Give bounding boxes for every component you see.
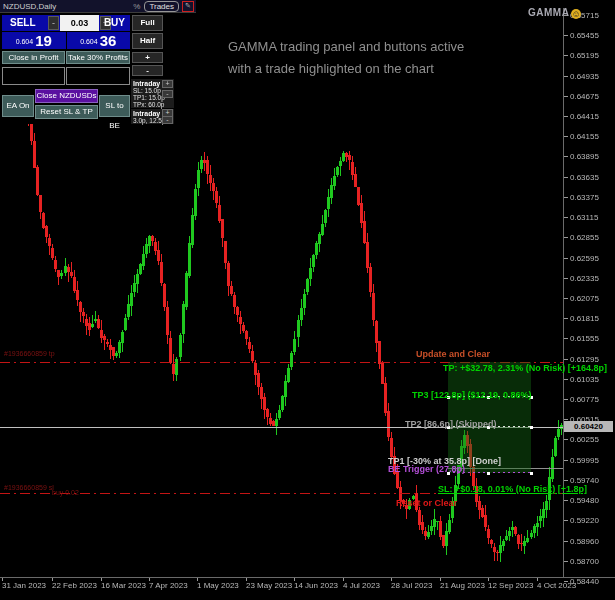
tp3-info-label: TP3 [122.8p] ($12.19, 0.86%) (412, 390, 532, 400)
lot-size-input[interactable]: 0.03 (60, 15, 99, 31)
trades-button[interactable]: Trades (144, 1, 179, 12)
date-axis-label: 12 Sep 2023 (488, 581, 533, 590)
chart-caption: GAMMA trading panel and buttons active w… (228, 36, 464, 80)
order-label: buy 0.02 (52, 489, 79, 496)
drag-handle[interactable] (530, 472, 533, 475)
date-axis-label: 28 Jul 2023 (391, 581, 432, 590)
price-axis-label: 0.65455 (570, 31, 599, 40)
gamma-logo-text: GAMMA (528, 7, 569, 18)
price-axis-label: 0.62595 (570, 254, 599, 263)
price-axis-label: 0.58700 (570, 557, 599, 566)
price-axis-label: 0.64935 (570, 72, 599, 81)
drag-handle[interactable] (487, 472, 490, 475)
buy-price-button[interactable]: 0.60436 (67, 32, 131, 49)
intraday-1-plus-button[interactable]: + (162, 80, 173, 88)
ea-on-button[interactable]: EA On (2, 95, 34, 117)
sl-to-be-button[interactable]: SL to BE (99, 95, 130, 117)
sl-ticket-label: #1936660859 sl (4, 484, 54, 491)
output-box-right (66, 67, 130, 85)
date-axis-label: 21 Aug 2023 (440, 581, 485, 590)
half-button[interactable]: Half (132, 33, 163, 49)
buy-button[interactable]: BUY (104, 15, 125, 31)
size-minus-button[interactable]: - (132, 65, 163, 76)
intraday-1-minus-button[interactable]: - (162, 90, 173, 98)
current-price-box: 0.60420 (564, 421, 613, 432)
intraday-2-minus-button[interactable]: - (162, 116, 173, 124)
smiley-icon: ☺ (571, 9, 581, 19)
close-in-profit-button[interactable]: Close in Profit (2, 51, 65, 64)
price-axis-label: 0.64675 (570, 92, 599, 101)
update-and-clear-button[interactable]: Update and Clear (416, 349, 490, 359)
price-axis-label: 0.58960 (570, 537, 599, 546)
trading-panel: NZDUSD,Daily % Trades ✎ SELL - 0.03 + BU… (0, 0, 196, 124)
tp-ticket-label: #1936660859 tp (4, 350, 55, 357)
percent-icon[interactable]: % (133, 2, 140, 11)
full-button[interactable]: Full (132, 15, 163, 31)
price-axis-label: 0.62335 (570, 274, 599, 283)
price-axis-label: 0.64415 (570, 112, 599, 121)
reset-or-clear-button[interactable]: Reset or Clear (396, 498, 457, 508)
price-axis-label: 0.59995 (570, 456, 599, 465)
price-axis-label: 0.59480 (570, 496, 599, 505)
price-axis-label: 0.61555 (570, 334, 599, 343)
price-axis-label: 0.60775 (570, 395, 599, 404)
date-axis-label: 7 Apr 2023 (149, 581, 188, 590)
symbol-title: NZDUSD,Daily (0, 2, 133, 11)
intraday-settings-2: Intraday 3.0p, 12.5p + - (131, 109, 174, 124)
output-box-left (2, 67, 65, 85)
edit-panel-icon[interactable]: ✎ (182, 1, 194, 12)
price-axis-label: 0.63895 (570, 152, 599, 161)
reset-sl-tp-button[interactable]: Reset SL & TP (35, 105, 98, 119)
size-plus-button[interactable]: + (132, 52, 163, 63)
close-nzdusds-button[interactable]: Close NZDUSDs (35, 89, 98, 103)
tp2-info-label: TP2 [86.6p] (Skipped) (405, 419, 497, 429)
intraday-settings-1: Intraday SL: 15.0p TP1: 15.0p TPx: 60.0p… (131, 79, 174, 108)
lot-minus-button[interactable]: - (48, 16, 59, 30)
intraday-1-tpx: TPx: 60.0p (133, 101, 174, 108)
price-axis-label: 0.64155 (570, 132, 599, 141)
sell-price-small: 0.604 (16, 38, 34, 45)
price-axis-label: 0.63635 (570, 173, 599, 182)
date-axis-label: 1 May 2023 (197, 581, 239, 590)
price-axis-label: 0.63375 (570, 193, 599, 202)
price-axis-label: 0.61035 (570, 375, 599, 384)
sell-price-big: 19 (35, 32, 52, 49)
drag-handle[interactable] (530, 426, 533, 429)
price-axis-label: 0.61815 (570, 314, 599, 323)
date-axis-label: 16 Mar 2023 (101, 581, 146, 590)
panel-titlebar: NZDUSD,Daily % Trades ✎ (0, 0, 196, 13)
date-axis-label: 22 Feb 2023 (52, 581, 97, 590)
date-axis-label: 23 May 2023 (246, 581, 292, 590)
take-30-profits-button[interactable]: Take 30% Profits (66, 51, 130, 64)
date-axis-label: 31 Jan 2023 (2, 581, 46, 590)
price-axis-label: 0.63115 (570, 213, 598, 222)
sell-button[interactable]: SELL (10, 15, 36, 31)
sell-price-button[interactable]: 0.60419 (2, 32, 67, 49)
date-axis-label: 4 Jul 2023 (343, 581, 380, 590)
gamma-logo: GAMMA☺ (528, 7, 581, 19)
price-axis-label: 0.62075 (570, 294, 599, 303)
price-axis-label: 0.59220 (570, 516, 599, 525)
buy-price-big: 36 (100, 32, 117, 49)
tp-info-label: TP: +$32.78, 2.31% (No Risk) [+164.8p] (443, 363, 607, 373)
price-axis-label: 0.60255 (570, 435, 599, 444)
trade-row: SELL - 0.03 + BUY (2, 15, 130, 31)
sl-info-label: SL: +$0.18, 0.01% (No Risk) [+1.8p] (438, 484, 587, 494)
price-axis-label: 0.62855 (570, 233, 599, 242)
chart-window: 0.657150.654550.651950.649350.646750.644… (0, 0, 615, 600)
date-axis-label: 14 Jun 2023 (294, 581, 338, 590)
price-axis-label: 0.65195 (570, 51, 599, 60)
be-trigger-label: BE Trigger (27.8p) (388, 464, 465, 474)
price-row: 0.60419 0.60436 (2, 32, 130, 49)
date-axis-label: 4 Oct 2023 (537, 581, 576, 590)
buy-price-small: 0.604 (80, 38, 98, 45)
caption-line-2: with a trade highlighted on the chart (228, 58, 464, 80)
caption-line-1: GAMMA trading panel and buttons active (228, 36, 464, 58)
